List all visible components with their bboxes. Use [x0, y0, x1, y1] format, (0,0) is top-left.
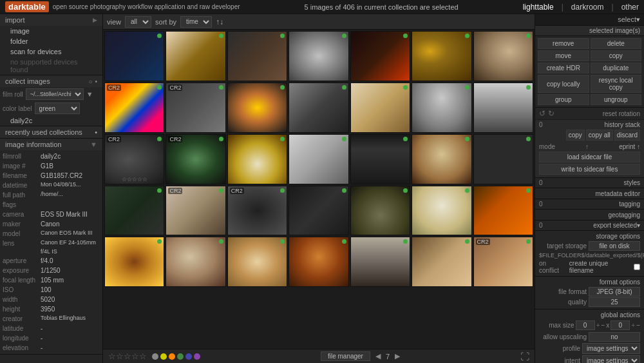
thumbnail-32[interactable]	[289, 237, 348, 287]
intent-select[interactable]: image settings	[582, 355, 640, 363]
collect-icon-dot[interactable]: •	[95, 78, 97, 85]
star-rating[interactable]: ☆☆☆☆☆	[108, 351, 147, 361]
quality-value[interactable]: 25	[589, 297, 640, 307]
load-sidecar-button[interactable]: load sidecar file	[539, 152, 640, 162]
film-roll-select[interactable]: ~/...Stöller/Archiv/daily2c	[26, 88, 84, 100]
thumbnail-3[interactable]	[227, 31, 287, 81]
film-roll-arrow[interactable]: ▼	[86, 90, 93, 98]
thumbnail-26[interactable]	[350, 186, 410, 236]
thumbnail-13[interactable]	[412, 83, 471, 133]
recently-used-label: recently used collections	[5, 128, 82, 136]
history-discard-button[interactable]: discard	[614, 130, 640, 141]
sidebar-item-folder[interactable]: folder	[0, 36, 102, 46]
thumbnail-14[interactable]	[473, 83, 533, 133]
thumbnail-4[interactable]	[289, 31, 348, 81]
thumbnail-27[interactable]	[412, 186, 471, 236]
thumbnail-20[interactable]	[412, 134, 471, 184]
thumbnail-34[interactable]	[412, 237, 471, 287]
move-button[interactable]: move	[538, 50, 589, 61]
bottom-arrow-right[interactable]: ▶	[395, 352, 400, 360]
thumbnail-19[interactable]	[350, 134, 410, 184]
write-sidecar-button[interactable]: write to sidecar files	[539, 164, 640, 175]
ungroup-button[interactable]: ungroup	[591, 94, 642, 105]
history-copy-all-button[interactable]: copy all	[586, 130, 613, 141]
thumbnail-21[interactable]	[473, 134, 533, 184]
select-button[interactable]: select▾	[618, 15, 640, 24]
thumbnail-8[interactable]: CR2	[104, 83, 164, 133]
color-dot-blue[interactable]	[185, 353, 192, 360]
thumbnail-10[interactable]	[227, 83, 287, 133]
color-label-select[interactable]: green	[35, 103, 80, 114]
nav-other[interactable]: other	[621, 3, 639, 12]
thumbnail-31[interactable]	[227, 237, 287, 287]
sidebar-item-scan[interactable]: scan for devices	[0, 46, 102, 57]
collect-header: collect images ○ •	[0, 75, 102, 87]
rotate-right-icon[interactable]: ↻	[548, 109, 554, 118]
rotate-left-icon[interactable]: ↺	[539, 109, 545, 118]
history-append-icon[interactable]: ↑	[585, 143, 589, 150]
thumbnail-17[interactable]	[227, 134, 287, 184]
thumbnail-grid[interactable]: CR2 CR2 CR2	[103, 30, 535, 349]
file-path-display: $FILE_FOLDER$/darktable_exported/$(FILE	[539, 251, 640, 259]
color-dot-green[interactable]	[177, 353, 184, 360]
thumbnail-30[interactable]	[166, 237, 225, 287]
thumbnail-22[interactable]	[104, 186, 164, 236]
max-size-h-input[interactable]	[611, 320, 630, 330]
fullscreen-icon[interactable]: ⛶	[520, 351, 529, 362]
allow-upscaling-value[interactable]: no	[589, 332, 640, 342]
thumbnail-5[interactable]	[350, 31, 410, 81]
file-manager-button[interactable]: file manager	[321, 351, 370, 361]
color-dot-orange[interactable]	[169, 353, 175, 360]
sort-arrows[interactable]: ↑↓	[216, 17, 223, 26]
color-dot-purple[interactable]	[194, 353, 200, 360]
thumbnail-6[interactable]	[412, 31, 471, 81]
history-copy-button[interactable]: copy	[566, 130, 585, 141]
thumbnail-25[interactable]	[289, 186, 348, 236]
thumbnail-24[interactable]: CR2	[227, 186, 287, 236]
color-dot-yellow[interactable]	[160, 353, 167, 360]
thumbnail-16[interactable]: CR2	[166, 134, 225, 184]
profile-select[interactable]: image settings	[582, 343, 640, 354]
collection-name[interactable]: daily2c	[0, 115, 102, 126]
image-info-collapse[interactable]: ▼	[90, 141, 97, 148]
duplicate-button[interactable]: duplicate	[591, 63, 642, 74]
sort-select[interactable]: time	[180, 16, 212, 28]
thumbnail-33[interactable]	[350, 237, 410, 287]
color-dot-grey[interactable]	[152, 353, 158, 360]
copy-locally-button[interactable]: copy locally	[538, 75, 589, 93]
thumbnail-35[interactable]: CR2	[473, 237, 533, 287]
thumbnail-15[interactable]: CR2 ☆☆☆☆☆	[104, 134, 164, 184]
import-header[interactable]: import ▶	[0, 14, 102, 26]
export-selected-label[interactable]: export selected▾	[593, 222, 640, 229]
thumbnail-7[interactable]	[473, 31, 533, 81]
thumbnail-28[interactable]	[473, 186, 533, 236]
nav-darkroom[interactable]: darkroom	[571, 3, 604, 12]
view-select[interactable]: all	[125, 16, 151, 28]
thumbnail-23[interactable]: CR2	[166, 186, 225, 236]
target-storage-value[interactable]: file on disk	[589, 241, 640, 251]
nav-lighttable[interactable]: lighttable	[523, 3, 554, 12]
create-hdr-button[interactable]: create HDR	[538, 63, 589, 74]
thumbnail-11[interactable]	[289, 83, 348, 133]
bottom-arrow-left[interactable]: ◀	[375, 352, 381, 360]
thumb-dot-18	[342, 137, 346, 141]
group-button[interactable]: group	[538, 94, 589, 105]
copy-button[interactable]: copy	[591, 50, 642, 61]
delete-button[interactable]: delete	[591, 38, 642, 49]
thumbnail-9[interactable]: CR2	[166, 83, 225, 133]
max-size-w-input[interactable]	[576, 320, 595, 330]
thumbnail-2[interactable]	[166, 31, 225, 81]
recently-used-header[interactable]: recently used collections •	[0, 126, 102, 138]
resync-button[interactable]: resync local copy	[591, 75, 642, 93]
thumbnail-18[interactable]	[289, 134, 348, 184]
history-num: 0	[539, 121, 543, 128]
collect-icon-circle[interactable]: ○	[88, 78, 92, 85]
on-conflict-checkbox[interactable]	[634, 264, 640, 270]
thumb-dot-12	[403, 85, 408, 90]
remove-button[interactable]: remove	[538, 38, 589, 49]
file-format-value[interactable]: JPEG (8-bit)	[589, 287, 640, 297]
thumbnail-1[interactable]	[104, 31, 164, 81]
sidebar-item-image[interactable]: image	[0, 26, 102, 36]
thumbnail-29[interactable]	[104, 237, 164, 287]
thumbnail-12[interactable]	[350, 83, 410, 133]
